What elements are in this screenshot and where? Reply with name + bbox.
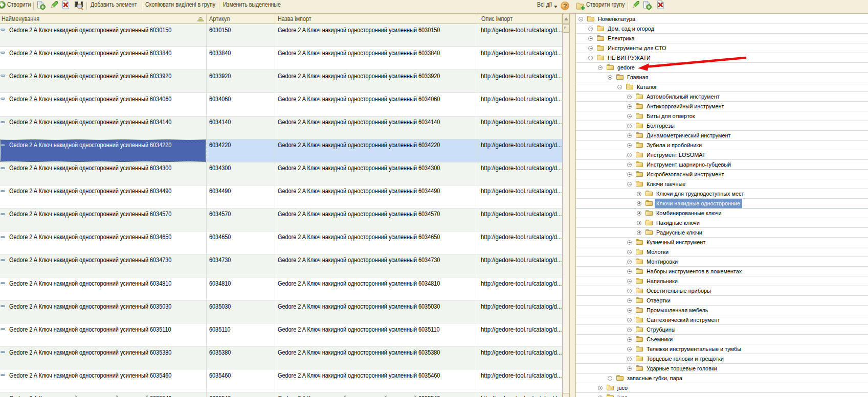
- svg-text:?: ?: [563, 2, 567, 10]
